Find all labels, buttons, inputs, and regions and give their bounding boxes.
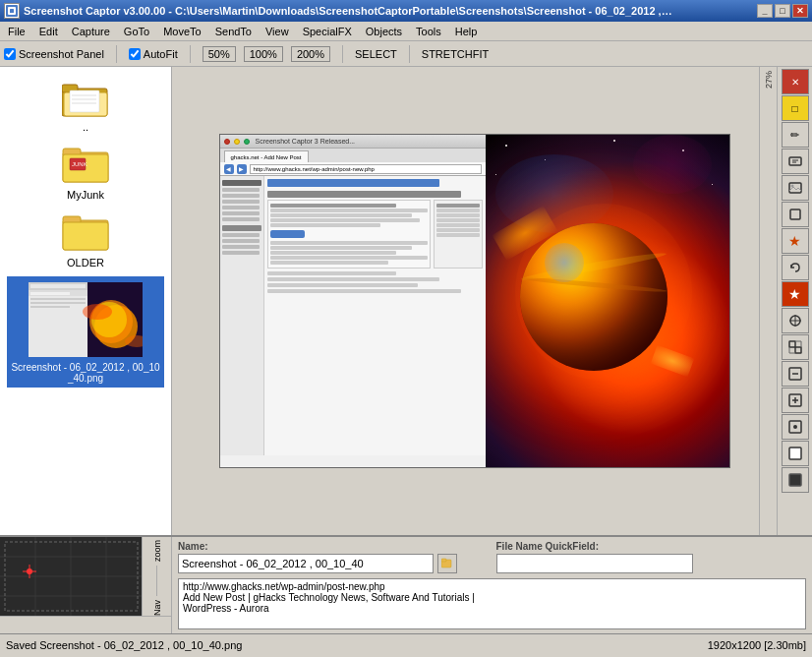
rt-black-btn[interactable]	[782, 467, 809, 493]
browser-url: http://www.ghacks.net/wp-admin/post-new.…	[250, 164, 482, 174]
older-folder-item[interactable]: OLDER	[7, 209, 164, 272]
zoom-nav-labels: zoom Nav	[142, 537, 171, 616]
rt-crop-btn[interactable]	[782, 202, 809, 227]
zoom-percentage-sidebar: 27%	[759, 67, 777, 535]
zoom100-button[interactable]: 100%	[244, 46, 283, 62]
svg-rect-42	[795, 347, 801, 353]
mini-map-area: zoom Nav	[0, 537, 171, 616]
center-preview[interactable]: Screenshot Captor 3 Released... ghacks.n…	[172, 67, 777, 535]
minimize-button[interactable]: _	[757, 4, 773, 18]
title-bar-left: Screenshot Captor v3.00.00 - C:\Users\Ma…	[4, 3, 672, 19]
status-text: Saved Screenshot - 06_02_2012 , 00_10_40…	[6, 639, 242, 651]
status-dimensions: 1920x1200 [2.30mb]	[708, 639, 806, 651]
maximize-button[interactable]: □	[775, 4, 790, 18]
file-browse-btn[interactable]	[437, 554, 457, 573]
menu-help[interactable]: Help	[449, 24, 484, 39]
autofit-label: AutoFit	[144, 48, 178, 60]
svg-point-53	[793, 425, 797, 429]
main-area: .. JUNK MyJunk	[0, 67, 812, 535]
screenshot-panel-checkbox[interactable]	[4, 48, 16, 60]
svg-rect-17	[63, 222, 108, 250]
toolbar-sep1	[116, 45, 117, 63]
browser-main-content	[264, 176, 486, 455]
select-label: SELECT	[355, 48, 397, 60]
rt-color-btn[interactable]: ★	[782, 281, 809, 307]
app-icon	[4, 3, 20, 19]
browser-titlebar: Screenshot Captor 3 Released...	[220, 135, 486, 149]
svg-rect-6	[70, 90, 99, 112]
rt-close-btn[interactable]: ✕	[782, 69, 809, 94]
title-bar: Screenshot Captor v3.00.00 - C:\Users\Ma…	[0, 0, 812, 22]
svg-text:JUNK: JUNK	[72, 161, 87, 167]
screenshot-panel-check[interactable]: Screenshot Panel	[4, 48, 104, 60]
browser-sidebar	[220, 176, 264, 455]
menu-tools[interactable]: Tools	[410, 24, 447, 39]
nav-label: Nav	[152, 600, 162, 616]
window-title: Screenshot Captor v3.00.00 - C:\Users\Ma…	[24, 5, 672, 17]
svg-rect-55	[789, 474, 801, 486]
browser-preview-left: Screenshot Captor 3 Released... ghacks.n…	[220, 135, 486, 468]
mini-map-preview[interactable]	[0, 537, 142, 616]
svg-rect-21	[30, 284, 86, 288]
menu-view[interactable]: View	[260, 24, 295, 39]
menu-moveto[interactable]: MoveTo	[157, 24, 207, 39]
parent-folder-item[interactable]: ..	[7, 75, 164, 137]
menu-goto[interactable]: GoTo	[118, 24, 155, 39]
svg-rect-23	[30, 292, 70, 295]
browser-tab: ghacks.net - Add New Post	[224, 150, 309, 162]
menu-file[interactable]: File	[2, 24, 31, 39]
rt-square-btn[interactable]: □	[782, 95, 809, 121]
zoom50-button[interactable]: 50%	[203, 46, 236, 62]
screenshot-thumbnail-label: Screenshot - 06_02_2012 , 00_10_40.png	[11, 362, 160, 384]
left-panel: .. JUNK MyJunk	[0, 67, 172, 535]
rt-image-btn[interactable]	[782, 175, 809, 201]
menu-capture[interactable]: Capture	[66, 24, 116, 39]
autofit-checkbox[interactable]	[129, 48, 141, 60]
rt-textbox-btn[interactable]	[782, 149, 809, 174]
screenshot-panel-label: Screenshot Panel	[19, 48, 104, 60]
preview-canvas[interactable]: Screenshot Captor 3 Released... ghacks.n…	[219, 134, 730, 468]
rt-minus-btn[interactable]	[782, 361, 809, 387]
browser-tabs: ghacks.net - Add New Post	[220, 149, 486, 162]
menu-bar: File Edit Capture GoTo MoveTo SendTo Vie…	[0, 22, 812, 41]
menu-sendto[interactable]: SendTo	[209, 24, 258, 39]
quickfield-input[interactable]	[496, 554, 693, 573]
file-name-input[interactable]	[178, 554, 434, 573]
rt-plus-btn[interactable]	[782, 388, 809, 413]
name-label: Name:	[178, 541, 208, 552]
rt-undo-btn[interactable]	[782, 255, 809, 280]
toolbar-sep2	[190, 45, 191, 63]
quickfield-label: File Name QuickField:	[496, 541, 807, 552]
menu-objects[interactable]: Objects	[360, 24, 408, 39]
parent-folder-label: ..	[83, 121, 88, 133]
rt-dot-btn[interactable]	[782, 414, 809, 440]
older-folder-label: OLDER	[67, 257, 104, 269]
autofit-check[interactable]: AutoFit	[129, 48, 178, 60]
older-folder-icon	[62, 212, 109, 254]
name-field-area: Name:	[178, 541, 489, 573]
url-info-box: http://www.ghacks.net/wp-admin/post-new.…	[178, 578, 806, 629]
toolbar-sep4	[409, 45, 410, 63]
rt-white-btn[interactable]	[782, 441, 809, 466]
zoom-label: zoom	[152, 540, 162, 562]
screenshot-thumbnail-item[interactable]: Screenshot - 06_02_2012 , 00_10_40.png	[7, 276, 164, 388]
rt-resize-btn[interactable]	[782, 334, 809, 360]
svg-point-30	[83, 304, 112, 320]
browser-address-bar: ◀ ▶ http://www.ghacks.net/wp-admin/post-…	[220, 162, 486, 176]
myjunk-folder-item[interactable]: JUNK MyJunk	[7, 141, 164, 205]
close-button[interactable]: ✕	[792, 4, 808, 18]
browser-content	[220, 176, 486, 455]
quickfield-area: File Name QuickField:	[496, 541, 807, 573]
rt-crosshair-btn[interactable]	[782, 308, 809, 333]
menu-specialfx[interactable]: SpecialFX	[297, 24, 358, 39]
myjunk-folder-icon: JUNK	[62, 145, 109, 186]
rt-pencil-btn[interactable]: ✏	[782, 122, 809, 148]
stretchfit-label: STRETCHFIT	[422, 48, 489, 60]
toolbar-row: Screenshot Panel AutoFit 50% 100% 200% S…	[0, 41, 812, 67]
status-bar: Saved Screenshot - 06_02_2012 , 00_10_40…	[0, 633, 812, 655]
zoom200-button[interactable]: 200%	[291, 46, 330, 62]
svg-rect-37	[790, 209, 800, 219]
parent-folder-icon	[62, 79, 109, 118]
rt-star-btn[interactable]: ★	[782, 228, 809, 254]
menu-edit[interactable]: Edit	[33, 24, 64, 39]
